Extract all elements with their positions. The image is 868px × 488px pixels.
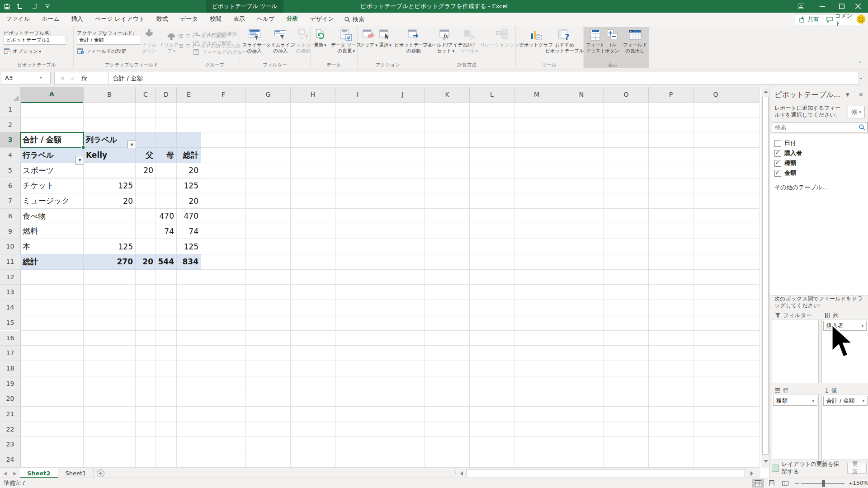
sheet-nav-left-icon[interactable]: ◀ <box>0 468 10 478</box>
pivot-cell-E5[interactable]: 20 <box>177 163 201 178</box>
zoom-level-label[interactable]: 150% <box>853 479 868 486</box>
tab-データ[interactable]: データ <box>174 12 204 26</box>
column-header-J[interactable]: J <box>380 87 425 103</box>
active-field-input[interactable]: 合計 / 金額 <box>77 36 141 45</box>
rows-field-chip[interactable]: 種類 <box>773 396 817 406</box>
tab-ファイル[interactable]: ファイル <box>0 12 36 26</box>
row-header-23[interactable]: 23 <box>0 437 21 452</box>
tab-ヘルプ[interactable]: ヘルプ <box>251 12 281 26</box>
pivot-cell-D6[interactable] <box>156 178 177 194</box>
vertical-scroll-thumb[interactable] <box>762 97 769 455</box>
update-button[interactable]: 更新 <box>847 463 867 474</box>
row-header-10[interactable]: 10 <box>0 239 21 254</box>
close-button[interactable] <box>848 0 868 13</box>
column-header-H[interactable]: H <box>291 87 335 103</box>
pivot-cell-E9[interactable]: 74 <box>177 224 201 239</box>
pivot-cell-C4[interactable]: 父 <box>136 148 156 163</box>
field-item-日付[interactable]: 日付 <box>774 139 868 147</box>
defer-layout-checkbox[interactable] <box>772 465 779 472</box>
column-header-O[interactable]: O <box>604 87 649 103</box>
pivot-cell-E6[interactable]: 125 <box>177 178 201 194</box>
row-header-9[interactable]: 9 <box>0 224 21 239</box>
save-icon[interactable] <box>0 1 14 11</box>
page-break-view-icon[interactable] <box>779 479 791 488</box>
pivot-cell-B9[interactable] <box>84 224 136 239</box>
row-header-2[interactable]: 2 <box>0 117 21 133</box>
options-button[interactable]: オプション <box>4 47 41 55</box>
field-checkbox-日付[interactable] <box>774 140 781 147</box>
pivot-cell-D3[interactable] <box>156 132 177 148</box>
pivot-cell-C10[interactable] <box>136 239 156 254</box>
field-item-種類[interactable]: 種類 <box>774 159 868 167</box>
pivot-cell-B5[interactable] <box>84 163 136 178</box>
column-header-L[interactable]: L <box>470 87 514 103</box>
pivot-cell-B4[interactable]: Kelly <box>84 148 136 163</box>
row-header-17[interactable]: 17 <box>0 346 21 361</box>
tab-挿入[interactable]: 挿入 <box>66 12 89 26</box>
formula-bar-splitter[interactable]: ⋮ <box>48 74 52 80</box>
row-header-22[interactable]: 22 <box>0 422 21 437</box>
hscroll-splitter[interactable]: ⋮ <box>453 469 458 475</box>
column-header-M[interactable]: M <box>514 87 559 103</box>
sheet-tab-Sheet1[interactable]: Sheet1 <box>58 468 94 478</box>
row-header-21[interactable]: 21 <box>0 407 21 422</box>
zoom-slider-thumb[interactable] <box>822 480 825 487</box>
row-header-3[interactable]: 3 <box>0 132 21 148</box>
pane-options-dropdown-icon[interactable]: ▼ <box>846 92 849 97</box>
row-header-16[interactable]: 16 <box>0 331 21 346</box>
pivot-cell-B10[interactable]: 125 <box>84 239 136 254</box>
row-header-19[interactable]: 19 <box>0 376 21 392</box>
scroll-left-icon[interactable] <box>460 471 463 476</box>
horizontal-scroll-thumb[interactable] <box>467 469 745 477</box>
column-header-F[interactable]: F <box>201 87 246 103</box>
row-header-7[interactable]: 7 <box>0 193 21 209</box>
column-header-P[interactable]: P <box>649 87 693 103</box>
row-header-8[interactable]: 8 <box>0 209 21 224</box>
field-checkbox-購入者[interactable] <box>774 150 781 157</box>
sheet-tab-Sheet2[interactable]: Sheet2 <box>20 468 58 478</box>
scroll-up-icon[interactable] <box>764 90 768 93</box>
vertical-scrollbar[interactable] <box>761 87 769 468</box>
field-search-box[interactable] <box>772 122 868 132</box>
column-header-D[interactable]: D <box>156 87 177 103</box>
pivot-cell-C9[interactable] <box>136 224 156 239</box>
pivot-cell-D5[interactable] <box>156 163 177 178</box>
ribbon-display-options-button[interactable] <box>791 0 811 13</box>
more-tables-link[interactable]: その他のテーブル... <box>774 183 868 192</box>
tab-数式[interactable]: 数式 <box>151 12 174 26</box>
pivot-cell-B8[interactable] <box>84 209 136 224</box>
column-header-G[interactable]: G <box>246 87 291 103</box>
row-header-13[interactable]: 13 <box>0 285 21 300</box>
cancel-icon[interactable]: ✕ <box>60 75 65 82</box>
pivot-cell-A4[interactable]: 行ラベル <box>20 148 84 163</box>
column-header-K[interactable]: K <box>425 87 470 103</box>
pivot-cell-B11[interactable]: 270 <box>84 254 136 270</box>
row-header-12[interactable]: 12 <box>0 270 21 285</box>
scroll-down-icon[interactable] <box>764 460 768 463</box>
pivot-cell-E3[interactable] <box>177 132 201 148</box>
pivot-cell-D11[interactable]: 544 <box>156 254 177 270</box>
pivot-table-name-input[interactable]: ピボットテーブル1 <box>4 36 66 45</box>
column-header-Q[interactable]: Q <box>693 87 738 103</box>
customize-qat-icon[interactable] <box>41 1 54 11</box>
pivot-cell-C5[interactable]: 20 <box>136 163 156 178</box>
pivot-cell-D8[interactable]: 470 <box>156 209 177 224</box>
field-checkbox-金額[interactable] <box>774 170 781 177</box>
pivot-cell-D4[interactable]: 母 <box>156 148 177 163</box>
tab-分析[interactable]: 分析 <box>281 12 304 27</box>
pivot-cell-C3[interactable] <box>136 132 156 148</box>
pivot-cell-B7[interactable]: 20 <box>84 193 136 209</box>
page-layout-view-icon[interactable] <box>766 479 778 488</box>
pane-tools-button[interactable]: ▾ <box>848 106 865 118</box>
column-header-N[interactable]: N <box>559 87 604 103</box>
field-item-購入者[interactable]: 購入者 <box>774 149 868 157</box>
column-header-B[interactable]: B <box>84 87 136 103</box>
worksheet-grid[interactable]: ABCDEFGHIJKLMNOPQ12345678910111213141516… <box>0 87 760 478</box>
column-header-I[interactable]: I <box>335 87 380 103</box>
pivot-cell-D7[interactable] <box>156 193 177 209</box>
row-header-11[interactable]: 11 <box>0 254 21 270</box>
pivot-cell-E8[interactable]: 470 <box>177 209 201 224</box>
values-field-chip[interactable]: 合計 / 金額 <box>823 396 868 406</box>
filters-area-box[interactable] <box>772 319 819 383</box>
pivot-cell-E4[interactable]: 総計 <box>177 148 201 163</box>
